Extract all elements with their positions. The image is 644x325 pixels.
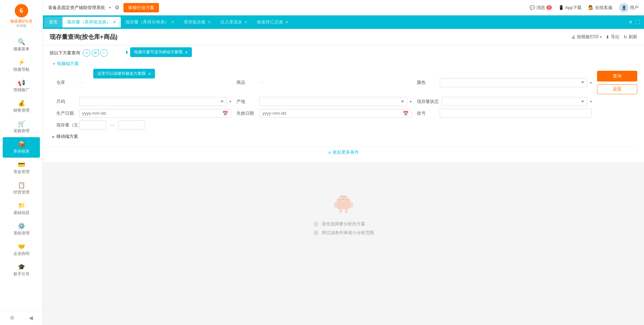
topbar: 装备及固定资产辅助管理系统 ▾ ⚙ 体验行业方案 💬 消息 9 📱 App下载 … — [43, 0, 644, 15]
sidebar-item-finance[interactable]: 💳 资金管理 — [0, 158, 43, 178]
settings-icon[interactable]: ⚙ — [115, 4, 119, 11]
user-avatar: 👤 — [619, 3, 629, 12]
field-size: 尺码 ▾ — [56, 97, 231, 106]
empty-tip-1: 1 请先选择要分析的方案 — [313, 221, 374, 227]
svg-point-2 — [340, 198, 342, 199]
guide-icon: 🎓 — [18, 263, 25, 271]
system-dropdown-arrow[interactable]: ▾ — [109, 6, 111, 9]
svg-rect-5 — [334, 202, 337, 208]
tip-num-1: 1 — [313, 221, 319, 227]
goods-label: 商品 — [236, 79, 257, 86]
empty-tips: 1 请先选择要分析的方案 2 用过滤条件来缩小分析范围 — [313, 221, 374, 236]
tab-close-inout-flow[interactable]: ✕ — [244, 20, 248, 24]
tab-home[interactable]: 首页 — [44, 17, 62, 28]
message-btn[interactable]: 💬 消息 9 — [530, 5, 552, 11]
size-dropdown-icon: ▾ — [229, 100, 231, 103]
set-btn[interactable]: 设置 — [597, 84, 637, 94]
origin-dropdown-icon: ▾ — [410, 100, 412, 103]
industry-btn[interactable]: 体验行业方案 — [123, 3, 159, 12]
svg-rect-6 — [350, 202, 353, 208]
refresh-btn[interactable]: ↻ 刷新 — [624, 34, 637, 40]
sidebar-item-sales[interactable]: 💰 销售管理 — [0, 96, 43, 117]
tab-close-inventory-dist[interactable]: ✕ — [171, 20, 174, 24]
produce-date-calendar-icon[interactable]: 📅 — [222, 111, 228, 116]
svg-rect-8 — [345, 209, 347, 213]
origin-select[interactable] — [259, 97, 407, 106]
sidebar-item-search[interactable]: 🔍 搜索菜单 — [0, 35, 43, 55]
sidebar-item-operations[interactable]: 📋 经营管理 — [0, 178, 43, 199]
sidebar-item-purchase[interactable]: 🛒 采购管理 — [0, 117, 43, 137]
scheme-item-pc[interactable]: ▼ 电脑端方案 — [50, 59, 637, 68]
tab-receive-summary[interactable]: 收发存汇总表 ✕ — [252, 17, 293, 28]
expire-date-calendar-icon[interactable]: 📅 — [403, 111, 409, 116]
sidebar-item-enterprise[interactable]: 🤝 企业协同 — [0, 239, 43, 260]
sidebar-item-inventory[interactable]: 📦 库存核算 — [3, 137, 40, 158]
tab-inout-flow[interactable]: 出入库流水 ✕ — [216, 17, 252, 28]
logo-icon: 6 — [15, 4, 28, 17]
sidebar-item-basic[interactable]: 📁 基础信息 — [0, 199, 43, 219]
sidebar-item-marketing[interactable]: 📢 营销推广 — [0, 76, 43, 96]
settings-footer-btn[interactable]: ⚙ — [10, 315, 14, 321]
topbar-right: 💬 消息 9 📱 App下载 💁 在线客服 👤 用户 — [530, 3, 639, 12]
refresh-scheme-btn[interactable]: ⟳ — [92, 49, 99, 57]
goods-dots[interactable]: ··· — [259, 79, 264, 86]
color-select[interactable] — [440, 78, 587, 87]
svg-rect-4 — [341, 200, 346, 201]
message-icon: 💬 — [530, 5, 535, 10]
app-download-btn[interactable]: 📱 App下载 — [558, 5, 582, 11]
stock-status-label: 现存量状态 — [417, 99, 439, 105]
tab-close-batch-account[interactable]: ✕ — [208, 20, 211, 24]
filter-row-2: 尺码 ▾ 产地 ▾ 现存量状态 ▾ — [50, 94, 637, 106]
expire-date-input[interactable] — [262, 111, 401, 116]
field-color: 颜色 ▾ — [417, 78, 592, 87]
stock-status-select[interactable] — [441, 97, 587, 106]
search-btn[interactable]: 查询 — [597, 71, 637, 82]
sidebar-menu: 🔍 搜索菜单 ⚡ 快捷导航 📢 营销推广 💰 销售管理 🛒 采购管理 📦 库存核… — [0, 32, 43, 310]
tab-inventory-status[interactable]: 现存量（库存状况表） ✕ — [62, 17, 121, 28]
stock-main-to[interactable] — [118, 120, 145, 129]
size-select[interactable] — [79, 97, 227, 106]
sidebar-item-guide[interactable]: 🎓 新手引导 — [0, 260, 43, 280]
stock-main-label: 现存量（主） — [56, 122, 76, 128]
tooltip2-close-btn[interactable]: × — [148, 71, 151, 76]
tip-num-2: 2 — [313, 230, 319, 236]
produce-date-input-wrap: 📅 — [79, 109, 231, 118]
tab-inventory-dist[interactable]: 现存量（库存分布表） ✕ — [121, 17, 179, 28]
tab-batch-account[interactable]: 库存批次账 ✕ — [179, 17, 216, 28]
print-dropdown-icon[interactable]: ▾ — [600, 35, 602, 39]
enterprise-icon: 🤝 — [18, 243, 25, 250]
stock-main-from[interactable] — [79, 120, 106, 129]
print-btn[interactable]: 🖨 按模板打印 ▾ — [571, 34, 602, 40]
filter-header: 按以下方案查询 + ⟳ ← 电脑方案可设为移动方案哦 × — [50, 45, 637, 59]
finance-icon: 💳 — [18, 161, 25, 168]
tab-close-all-btn[interactable]: ✕ — [629, 19, 633, 25]
tab-fullscreen-btn[interactable]: ⛶ — [635, 19, 640, 25]
system-icon: ⚙️ — [18, 222, 25, 230]
online-service-btn[interactable]: 💁 在线客服 — [588, 5, 612, 11]
collapse-sidebar-btn[interactable]: ◀ — [29, 315, 33, 321]
search-btn-area: 查询 设置 — [597, 71, 637, 94]
field-produce-date: 生产日期 📅 — [56, 109, 231, 118]
export-btn[interactable]: ⬇ 导出 — [606, 34, 620, 40]
batch-input[interactable] — [440, 109, 592, 118]
produce-date-input[interactable] — [82, 111, 221, 116]
tab-close-inventory-status[interactable]: ✕ — [113, 20, 116, 24]
field-expire-date: 失效日期 📅 — [236, 109, 411, 118]
add-scheme-btn[interactable]: + — [83, 49, 90, 57]
back-scheme-btn[interactable]: ← — [100, 49, 108, 57]
sidebar-item-quick[interactable]: ⚡ 快捷导航 — [0, 55, 43, 76]
warehouse-dots[interactable]: ··· — [79, 79, 84, 86]
dot-indicator — [97, 49, 100, 51]
collapse-more-btn[interactable]: ∧ 收起更多条件 — [50, 146, 637, 158]
logo-text: 畅捷通好生意 标准版 — [10, 19, 33, 28]
user-btn[interactable]: 👤 用户 — [619, 3, 639, 12]
filter-label: 按以下方案查询 — [50, 50, 80, 56]
sidebar-item-system[interactable]: ⚙️ 系统管理 — [0, 219, 43, 239]
range-sep: — — [110, 122, 114, 127]
tab-close-receive-summary[interactable]: ✕ — [285, 20, 288, 24]
color-dropdown-icon: ▾ — [590, 81, 592, 85]
tooltip1-close-btn[interactable]: × — [185, 50, 188, 55]
scheme-tree: ▼ 电脑端方案 这里可以创建和修改方案哦 × 仓库 ··· 商品 — [50, 59, 637, 144]
scheme-item-mobile[interactable]: ▶ 移动端方案 — [50, 132, 637, 141]
warehouse-label: 仓库 — [56, 79, 76, 86]
